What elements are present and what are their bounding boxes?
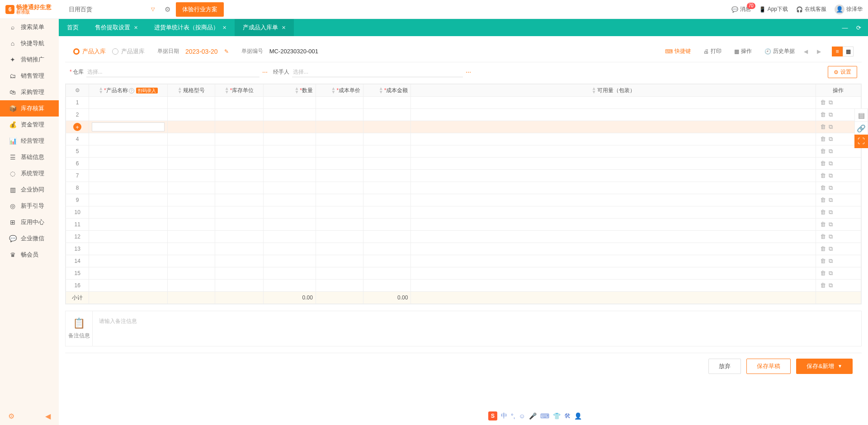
messages-link[interactable]: 💬 消息 70 (731, 5, 751, 13)
table-row[interactable]: 8🗑⧉ (66, 182, 861, 194)
help-icon[interactable]: ? (129, 88, 134, 93)
view-card-button[interactable]: ▦ (843, 47, 854, 56)
cell-unit[interactable] (215, 231, 264, 243)
cell-name[interactable] (89, 109, 167, 121)
cell-unit[interactable] (215, 158, 264, 170)
discard-button[interactable]: 放弃 (708, 359, 741, 374)
cell-unit[interactable] (215, 280, 264, 292)
tab-refresh-button[interactable]: ⟳ (853, 22, 864, 33)
rail-btn-3[interactable]: ⛶ (854, 135, 868, 148)
view-list-button[interactable]: ≡ (832, 47, 843, 56)
experience-plan-button[interactable]: 体验行业方案 (176, 2, 224, 17)
app-download-link[interactable]: 📱 App下载 (759, 5, 788, 13)
table-row[interactable]: 10🗑⧉ (66, 206, 861, 219)
cell-avail[interactable] (411, 121, 816, 133)
cell-qty[interactable] (264, 267, 316, 280)
cell-price[interactable] (316, 255, 363, 267)
ime-tool-icon[interactable]: 🛠 (564, 412, 571, 420)
delete-row-icon[interactable]: 🗑 (820, 196, 826, 203)
tab-1[interactable]: 售价提取设置✕ (87, 19, 146, 36)
cell-qty[interactable] (264, 121, 316, 133)
col-available[interactable]: ▲▼可用量（包装） (411, 84, 816, 97)
delete-row-icon[interactable]: 🗑 (820, 282, 826, 289)
sidebar-item-11[interactable]: ◎新手引导 (0, 198, 59, 214)
cell-spec[interactable] (167, 97, 215, 109)
prev-doc-icon[interactable]: ◀ (804, 48, 808, 55)
cell-amount[interactable] (363, 231, 411, 243)
tab-2[interactable]: 进货单统计表（按商品）✕ (146, 19, 235, 36)
cell-name[interactable] (89, 206, 167, 219)
cell-avail[interactable] (411, 109, 816, 121)
cell-price[interactable] (316, 219, 363, 231)
copy-row-icon[interactable]: ⧉ (829, 245, 833, 252)
cell-name[interactable] (89, 280, 167, 292)
add-row-icon[interactable]: + (73, 123, 81, 131)
cell-qty[interactable] (264, 109, 316, 121)
sidebar-item-14[interactable]: ♛畅会员 (0, 247, 59, 263)
cell-avail[interactable] (411, 206, 816, 219)
app-selector[interactable]: 日用百货 ▽ ⚙ (69, 5, 176, 14)
cell-unit[interactable] (215, 243, 264, 255)
copy-row-icon[interactable]: ⧉ (829, 257, 833, 264)
cell-avail[interactable] (411, 219, 816, 231)
cell-spec[interactable] (167, 194, 215, 206)
cell-price[interactable] (316, 243, 363, 255)
table-row[interactable]: 14🗑⧉ (66, 255, 861, 267)
save-draft-button[interactable]: 保存草稿 (746, 359, 791, 374)
ime-keyboard-icon[interactable]: ⌨ (540, 412, 549, 420)
col-spec[interactable]: ▲▼规格型号 (167, 84, 215, 97)
cell-avail[interactable] (411, 170, 816, 182)
cell-spec[interactable] (167, 109, 215, 121)
edit-date-icon[interactable]: ✎ (224, 48, 229, 55)
cell-unit[interactable] (215, 170, 264, 182)
cell-unit[interactable] (215, 255, 264, 267)
cell-amount[interactable] (363, 219, 411, 231)
rail-btn-1[interactable]: ▤ (854, 108, 868, 122)
warehouse-lookup-icon[interactable]: ⋯ (262, 69, 269, 75)
cell-amount[interactable] (363, 170, 411, 182)
column-settings-icon[interactable]: ⚙ (75, 87, 80, 93)
cell-qty[interactable] (264, 206, 316, 219)
copy-row-icon[interactable]: ⧉ (829, 221, 833, 228)
product-name-input[interactable] (92, 122, 164, 131)
sidebar-item-13[interactable]: 💬企业微信 (0, 230, 59, 247)
cell-unit[interactable] (215, 109, 264, 121)
sidebar-item-7[interactable]: 📊经营管理 (0, 133, 59, 149)
delete-row-icon[interactable]: 🗑 (820, 270, 826, 276)
cell-amount[interactable] (363, 158, 411, 170)
tab-minimize-button[interactable]: — (839, 22, 851, 33)
table-row[interactable]: 2🗑⧉ (66, 109, 861, 121)
sidebar-item-3[interactable]: 🗂销售管理 (0, 68, 59, 84)
tab-0[interactable]: 首页 (59, 19, 87, 36)
cell-avail[interactable] (411, 182, 816, 194)
cell-avail[interactable] (411, 280, 816, 292)
cell-avail[interactable] (411, 255, 816, 267)
table-row[interactable]: 4🗑⧉ (66, 133, 861, 145)
cell-avail[interactable] (411, 145, 816, 158)
delete-row-icon[interactable]: 🗑 (820, 257, 826, 264)
cell-qty[interactable] (264, 170, 316, 182)
ime-cn-label[interactable]: 中 (501, 412, 507, 420)
cell-spec[interactable] (167, 267, 215, 280)
cell-spec[interactable] (167, 121, 215, 133)
cell-amount[interactable] (363, 255, 411, 267)
cell-amount[interactable] (363, 133, 411, 145)
copy-row-icon[interactable]: ⧉ (829, 209, 833, 215)
ime-sogou-icon[interactable]: S (488, 411, 497, 420)
cell-spec[interactable] (167, 170, 215, 182)
cell-avail[interactable] (411, 243, 816, 255)
table-row[interactable]: 9🗑⧉ (66, 194, 861, 206)
cell-name[interactable] (89, 182, 167, 194)
table-row[interactable]: 6🗑⧉ (66, 158, 861, 170)
cell-amount[interactable] (363, 267, 411, 280)
table-row[interactable]: 11🗑⧉ (66, 219, 861, 231)
table-row[interactable]: 16🗑⧉ (66, 280, 861, 292)
sidebar-item-10[interactable]: ▥企业协同 (0, 182, 59, 198)
copy-row-icon[interactable]: ⧉ (829, 99, 833, 106)
delete-row-icon[interactable]: 🗑 (820, 245, 826, 252)
cell-price[interactable] (316, 109, 363, 121)
cell-avail[interactable] (411, 97, 816, 109)
cell-qty[interactable] (264, 243, 316, 255)
cell-amount[interactable] (363, 206, 411, 219)
cell-name[interactable] (89, 231, 167, 243)
